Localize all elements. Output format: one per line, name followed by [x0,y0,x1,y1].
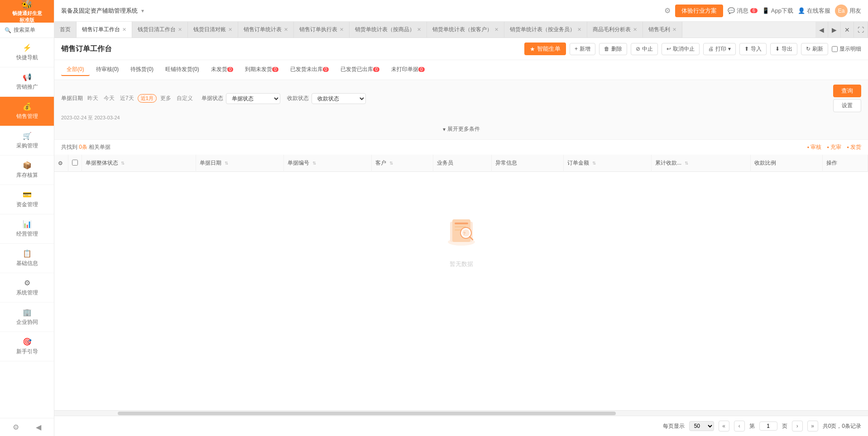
tab-8[interactable]: 销货单统计表（按业务员）✕ [504,22,587,38]
settings-gear-icon[interactable]: ⚙ [664,6,671,15]
expand-more-btn[interactable]: ▾ 展开更多条件 [61,123,861,135]
date-7days[interactable]: 近7天 [118,94,136,103]
tab-4[interactable]: 销售订单统计表✕ [238,22,294,38]
tab-close-3[interactable]: ✕ [228,27,232,33]
filter-settings-btn[interactable]: 设置 [833,99,861,112]
filter-tab-3[interactable]: 旺铺待发货(0) [160,64,205,76]
last-page-btn[interactable]: » [807,421,818,431]
collapse-icon[interactable]: ◀ [36,423,41,431]
sort-status-icon[interactable]: ⇅ [121,161,125,166]
sidebar-item-quick-nav[interactable]: ⚡快捷导航 [0,38,54,67]
tab-9[interactable]: 商品毛利分析表✕ [587,22,643,38]
sidebar-icon-inventory: 📦 [23,161,32,170]
config-icon[interactable]: ⚙ [58,160,63,166]
sort-date-icon[interactable]: ⇅ [225,161,228,166]
date-more[interactable]: 更多 [158,94,173,103]
filter-tab-8[interactable]: 未打印单据0 [386,64,430,76]
show-detail-input[interactable] [832,46,838,52]
next-page-btn[interactable]: › [792,421,803,431]
sidebar-item-system[interactable]: ⚙系统管理 [0,273,54,303]
audit-btn[interactable]: 审核 [807,143,821,151]
refresh-btn[interactable]: ↻ 刷新 [801,43,828,55]
date-1month[interactable]: 近1月 [138,94,157,103]
delete-btn[interactable]: 🗑 删除 [599,43,627,55]
payment-select[interactable]: 收款状态 [312,93,366,104]
sort-accumulated-icon[interactable]: ⇅ [685,161,688,166]
sidebar-item-purchase[interactable]: 🛒采购管理 [0,126,54,156]
tab-2[interactable]: 钱货日清工作台✕ [132,22,188,38]
tab-close-5[interactable]: ✕ [340,27,344,33]
tab-6[interactable]: 销货单统计表（按商品）✕ [350,22,427,38]
filter-tab-5[interactable]: 到期未发货0 [240,64,284,76]
user-btn[interactable]: Ea 用友 [835,5,861,17]
export-btn[interactable]: ⬇ 导出 [770,43,797,55]
tab-5[interactable]: 销售订单执行表✕ [294,22,350,38]
tab-close-10[interactable]: ✕ [672,27,676,33]
sidebar-item-basic-info[interactable]: 📋基础信息 [0,244,54,273]
sort-customer-icon[interactable]: ⇅ [389,161,393,166]
filter-tab-7[interactable]: 已发货已出库0 [335,64,385,76]
tab-close-6[interactable]: ✕ [417,27,421,33]
page-size-select[interactable]: 50 20 100 [689,421,714,431]
reverse-audit-btn[interactable]: 充审 [827,143,841,151]
avatar: Ea [835,5,848,17]
sidebar-item-enterprise[interactable]: 🏢企业协同 [0,303,54,332]
tab-1[interactable]: 销售订单工作台✕ [77,22,132,38]
filter-tab-badge-5: 0 [272,67,278,72]
tab-close-2[interactable]: ✕ [178,27,182,33]
topbar-dropdown-icon[interactable]: ▾ [141,8,144,14]
import-btn[interactable]: ⬆ 导入 [739,43,767,55]
tab-close-4[interactable]: ✕ [284,27,288,33]
print-btn[interactable]: 🖨 打印 ▾ [703,43,736,55]
filter-tab-0[interactable]: 全部(0) [61,64,90,76]
horizontal-scrollbar[interactable] [54,410,868,416]
tab-prev-btn[interactable]: ◀ [815,22,828,38]
message-btn[interactable]: 💬 消息 6 [728,7,758,15]
select-all-checkbox[interactable] [72,160,78,166]
tab-3[interactable]: 钱货日清对账✕ [188,22,238,38]
tab-7[interactable]: 销货单统计表（按客户）✕ [427,22,504,38]
sidebar-item-guide[interactable]: 🎯新手引导 [0,332,54,361]
online-service-btn[interactable]: 👤 在线客服 [798,7,830,15]
sidebar-item-sales[interactable]: 💰销售管理 [0,97,54,126]
tab-10[interactable]: 销售毛利✕ [643,22,682,38]
tab-close-7[interactable]: ✕ [494,27,499,33]
status-select[interactable]: 单据状态 [226,93,280,104]
sidebar-item-finance[interactable]: 💳资金管理 [0,185,54,214]
sort-number-icon[interactable]: ⇅ [312,161,316,166]
tab-close-1[interactable]: ✕ [122,27,126,33]
tab-close-all-btn[interactable]: ✕ [841,22,854,38]
add-btn[interactable]: + 新增 [570,43,595,55]
ship-btn[interactable]: 发货 [847,143,861,151]
sort-amount-icon[interactable]: ⇅ [592,161,596,166]
cancel-stop-btn[interactable]: ↩ 取消中止 [662,43,700,55]
settings-icon[interactable]: ⚙ [13,423,19,431]
filter-tab-6[interactable]: 已发货未出库0 [285,64,335,76]
date-custom[interactable]: 自定义 [175,94,195,103]
tab-next-btn[interactable]: ▶ [828,22,841,38]
tab-close-8[interactable]: ✕ [577,27,581,33]
sidebar-item-operations[interactable]: 📊经营管理 [0,214,54,244]
page-content: 销售订单工作台 ★ 智能生单 + 新增 🗑 删除 ⊘ 中止 [54,38,868,436]
filter-tab-2[interactable]: 待拣货(0) [125,64,159,76]
page-number-input[interactable] [759,422,777,431]
show-detail-checkbox[interactable]: 显示明细 [832,45,861,53]
search-menu[interactable]: 🔍 搜索菜单 [0,23,54,38]
date-today[interactable]: 今天 [102,94,116,103]
date-yesterday[interactable]: 昨天 [86,94,100,103]
tab-close-9[interactable]: ✕ [633,27,637,33]
sidebar-item-marketing[interactable]: 📢营销推广 [0,67,54,97]
tab-fullscreen-btn[interactable]: ⛶ [854,22,868,38]
filter-tab-badge-4: 0 [227,67,234,72]
filter-tab-4[interactable]: 未发货0 [206,64,239,76]
stop-btn[interactable]: ⊘ 中止 [631,43,658,55]
smart-gen-btn[interactable]: ★ 智能生单 [524,43,566,55]
sidebar-item-inventory[interactable]: 📦库存核算 [0,156,54,185]
first-page-btn[interactable]: « [719,421,729,431]
query-btn[interactable]: 查询 [833,85,861,97]
tab-0[interactable]: 首页 [54,22,77,38]
app-download-btn[interactable]: 📱 App下载 [762,7,793,15]
filter-tab-1[interactable]: 待审核(0) [91,64,125,76]
industry-btn[interactable]: 体验行业方案 [675,5,723,17]
prev-page-btn[interactable]: ‹ [734,421,745,431]
